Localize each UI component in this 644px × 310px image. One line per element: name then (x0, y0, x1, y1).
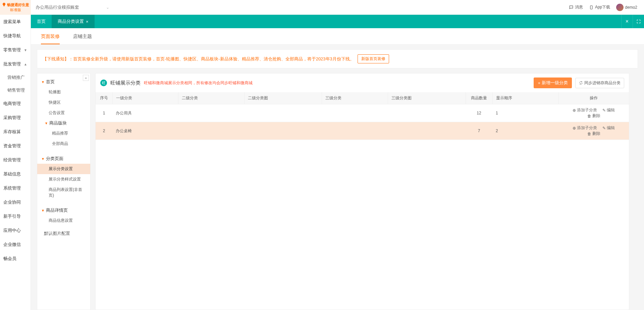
tab-category-settings[interactable]: 商品分类设置 × (52, 15, 95, 28)
nav-inventory[interactable]: 库存核算 (0, 125, 31, 139)
op-label: 添加子分类 (577, 125, 597, 131)
cell-ops: ⊕添加子分类 ✎编辑 🗑删除 (558, 122, 629, 140)
tab-fullscreen[interactable] (633, 15, 644, 28)
triangle-down-icon: ▼ (41, 157, 45, 161)
app-download-link[interactable]: App下载 (589, 4, 610, 10)
cell-cat2 (178, 104, 245, 122)
tree-item-goods-list-setting[interactable]: 商品列表设置(非首页) (37, 185, 90, 201)
caret-down-icon: ▼ (24, 48, 27, 52)
nav-marketing[interactable]: 营销推广 (0, 71, 31, 84)
nav-enterprise[interactable]: 企业协同 (0, 195, 31, 209)
op-delete[interactable]: 🗑删除 (587, 131, 600, 137)
trash-icon: 🗑 (587, 114, 591, 118)
app-download-label: App下载 (595, 4, 610, 10)
nav-quick-nav[interactable]: 快捷导航 (0, 29, 31, 43)
collapse-handle[interactable]: « (83, 75, 89, 81)
tab-label: 首页 (37, 18, 46, 24)
op-add-child[interactable]: ⊕添加子分类 (573, 107, 597, 113)
col-count: 商品数量 (466, 92, 492, 104)
op-delete[interactable]: 🗑删除 (587, 113, 600, 119)
cell-count: 12 (466, 104, 492, 122)
nav-operations[interactable]: 经营管理 (0, 153, 31, 167)
nav-funds[interactable]: 资金管理 (0, 139, 31, 153)
user-label: demo2 (625, 5, 637, 10)
edit-icon: ✎ (602, 126, 606, 131)
nav-wholesale[interactable]: 批发管理▲ (0, 57, 31, 71)
message-icon (569, 5, 574, 10)
nav-sales[interactable]: 销售管理 (0, 84, 31, 97)
table-area: 旺 旺铺展示分类 旺铺和微商城展示分类相同，所有修改均会同步旺铺和微商城 + 新… (95, 73, 629, 310)
brand-edition: 标准版 (10, 7, 21, 12)
messages-label: 消息 (575, 4, 583, 10)
sync-icon (579, 81, 583, 85)
sync-category-button[interactable]: 同步进销存商品分类 (575, 78, 624, 88)
plus-circle-icon: ⊕ (573, 126, 576, 131)
nav-search-menu[interactable]: 搜索菜单 (0, 15, 31, 29)
tree-group-home[interactable]: ▼首页 (37, 77, 90, 87)
tab-home[interactable]: 首页 (31, 15, 52, 28)
cell-order: 1 (492, 104, 558, 122)
fullscreen-icon (636, 19, 641, 24)
cell-cat2-img (245, 104, 322, 122)
user-menu[interactable]: demo2 (616, 4, 637, 11)
subtab-page-decor[interactable]: 页面装修 (41, 28, 60, 44)
tree-item-featured[interactable]: 精品推荐 (37, 128, 90, 139)
tree-item-all-goods[interactable]: 全部商品 (37, 139, 90, 149)
account-selector-label: 办公用品行业模拟账套 (36, 4, 79, 10)
tree-item-carousel[interactable]: 轮播图 (37, 87, 90, 97)
table-subtitle: 旺铺和微商城展示分类相同，所有修改均会同步旺铺和微商城 (144, 80, 253, 86)
nav-retail[interactable]: 零售管理▼ (0, 43, 31, 57)
op-edit[interactable]: ✎编辑 (602, 107, 615, 113)
nav-purchase[interactable]: 采购管理 (0, 111, 31, 125)
nav-label: 企业微信 (3, 242, 21, 248)
op-add-child[interactable]: ⊕添加子分类 (573, 125, 597, 131)
tree-group-goods-block[interactable]: ▼商品版块 (37, 118, 90, 128)
brand-block: 畅捷通好生意 标准版 (0, 0, 31, 15)
col-cat2: 二级分类 (178, 92, 245, 104)
tree-item-goods-info-setting[interactable]: 商品信息设置 (37, 215, 90, 226)
add-top-category-button[interactable]: + 新增一级分类 (534, 78, 572, 88)
nav-label: 库存核算 (3, 129, 21, 135)
button-label: 同步进销存商品分类 (584, 80, 621, 86)
col-order: 显示顺序 (492, 92, 558, 104)
cell-cat3 (322, 122, 388, 140)
tree-group-category-page[interactable]: ▼分类页面 (37, 154, 90, 164)
tree-label: 商品详情页 (46, 207, 68, 213)
nav-wechat[interactable]: 企业微信 (0, 238, 31, 252)
tab-bar: 首页 商品分类设置 × × (31, 15, 644, 28)
nav-newbie[interactable]: 新手引导 (0, 209, 31, 223)
tree-item-display-category[interactable]: 展示分类设置 (37, 164, 90, 174)
close-icon[interactable]: × (86, 19, 89, 24)
nav-system[interactable]: 系统管理 (0, 181, 31, 195)
nav-app-center[interactable]: 应用中心 (0, 223, 31, 238)
table-row: 2 办公桌椅 7 2 ⊕添加子分类 (96, 122, 629, 140)
tree-item-display-style[interactable]: 展示分类样式设置 (37, 174, 90, 185)
nav-member[interactable]: 畅会员 (0, 252, 31, 266)
nav-label: 资金管理 (3, 143, 21, 149)
nav-ecommerce[interactable]: 电商管理 (0, 97, 31, 111)
cell-cat1: 办公用具 (112, 104, 178, 122)
edit-icon: ✎ (602, 108, 606, 113)
tree-group-goods-detail[interactable]: ▼商品详情页 (37, 205, 90, 215)
triangle-down-icon: ▼ (45, 121, 48, 125)
cell-count: 7 (466, 122, 492, 140)
op-label: 删除 (592, 113, 600, 119)
nav-label: 搜索菜单 (3, 19, 21, 25)
cell-ops: ⊕添加子分类 ✎编辑 🗑删除 (558, 104, 629, 122)
messages-link[interactable]: 消息 (569, 4, 583, 10)
plus-icon: + (538, 81, 540, 86)
scrollbar[interactable] (634, 73, 638, 310)
notice-new-version-button[interactable]: 新版首页装修 (358, 54, 389, 63)
category-table: 序号 一级分类 二级分类 二级分类图 三级分类 三级分类图 商品数量 显示顺序 … (96, 92, 629, 140)
nav-basic-info[interactable]: 基础信息 (0, 167, 31, 181)
subtab-shop-theme[interactable]: 店铺主题 (73, 28, 92, 44)
tab-close-all[interactable]: × (621, 15, 633, 28)
table-title: 旺铺展示分类 (110, 80, 141, 86)
op-edit[interactable]: ✎编辑 (602, 125, 615, 131)
account-selector[interactable]: 办公用品行业模拟账套 ⌄ (36, 4, 109, 10)
tree-item-default-image[interactable]: 默认图片配置 (37, 227, 90, 240)
tree-item-announce[interactable]: 公告设置 (37, 108, 90, 118)
tree-item-quick[interactable]: 快捷区 (37, 97, 90, 108)
cell-cat3 (322, 104, 388, 122)
op-label: 删除 (592, 131, 600, 137)
